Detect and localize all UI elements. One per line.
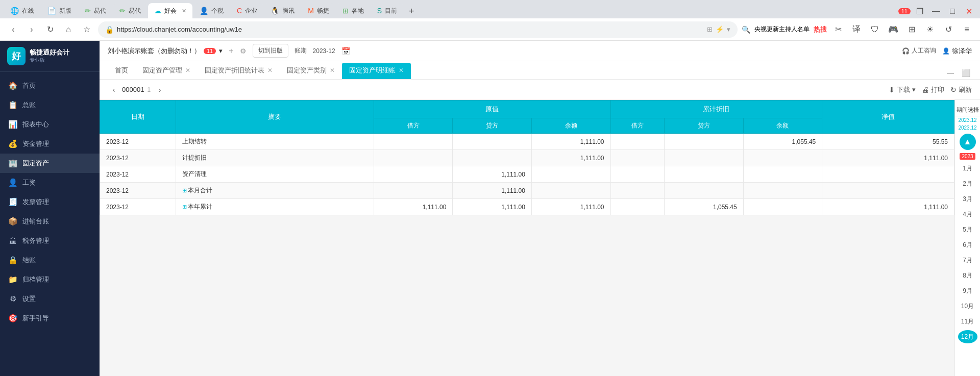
browser-tab-online[interactable]: 🌐 在线 (4, 3, 40, 18)
reload-button[interactable]: ↻ (43, 22, 57, 37)
brightness-icon[interactable]: ☀ (923, 22, 937, 37)
sidebar-item-fixed-assets[interactable]: 🏢 固定资产 (0, 154, 100, 173)
cell-leiji-credit-3 (665, 183, 744, 199)
scissors-icon[interactable]: ✂ (831, 22, 845, 37)
month-10[interactable]: 10月 (958, 299, 977, 313)
download-button[interactable]: ⬇ 下载 ▾ (889, 85, 916, 94)
sidebar-item-closing[interactable]: 🔒 结账 (0, 250, 100, 270)
cell-leiji-balance-3 (743, 183, 822, 199)
user-name-label: 徐泽华 (952, 46, 972, 56)
lightning-icon[interactable]: ⚡ (716, 26, 724, 33)
site-info-icon[interactable]: ⊞ (707, 26, 713, 33)
browser-tab-yidai1[interactable]: ✏ 易代 (79, 3, 112, 18)
next-button[interactable]: › (154, 84, 166, 96)
page-tab-home[interactable]: 首页 (108, 63, 135, 79)
month-11[interactable]: 11月 (958, 315, 977, 328)
help-button[interactable]: 🎧 人工咨询 (902, 46, 936, 55)
scroll-top-button[interactable]: ▲ (960, 134, 976, 150)
bookmark-button[interactable]: ☆ (80, 22, 94, 37)
back-button[interactable]: ‹ (6, 22, 20, 37)
month-5[interactable]: 5月 (958, 223, 977, 236)
month-1[interactable]: 1月 (958, 162, 977, 175)
settings-small-button[interactable]: ⚙ (240, 47, 247, 55)
cell-yuanzhi-balance-4: 1,111.00 (531, 199, 610, 215)
browser-tab-muqian[interactable]: S 目前 (371, 3, 403, 18)
minimize-button[interactable]: — (929, 4, 943, 18)
month-4[interactable]: 4月 (958, 208, 977, 221)
download-dropdown-icon[interactable]: ▾ (912, 86, 916, 93)
window-maximize-button[interactable]: ⬜ (960, 67, 972, 79)
tab-list-button[interactable]: ❐ (913, 4, 927, 18)
month-8[interactable]: 8月 (958, 269, 977, 282)
table-wrapper[interactable]: 日期 摘要 原值 累计折旧 净值 借方 贷方 余额 借方 贷方 余额 (100, 100, 954, 376)
sidebar-item-guide[interactable]: 🎯 新手引导 (0, 309, 100, 328)
page-tab-asset-category[interactable]: 固定资产类别 ✕ (280, 63, 342, 79)
user-avatar[interactable]: 👤 徐泽华 (942, 46, 972, 56)
menu-button[interactable]: ≡ (960, 22, 974, 37)
sidebar-label-fixed-assets: 固定资产 (22, 159, 49, 168)
sidebar-item-home[interactable]: 🏠 首页 (0, 76, 100, 95)
tab-close-haokuai[interactable]: ✕ (182, 8, 186, 14)
browser-tab-geshui[interactable]: 👤 个税 (193, 3, 230, 18)
sidebar-item-tax[interactable]: 🏛 税务管理 (0, 231, 100, 250)
forward-button[interactable]: › (24, 22, 39, 37)
add-company-button[interactable]: + (229, 46, 233, 56)
history-icon[interactable]: ↺ (941, 22, 955, 37)
month-6[interactable]: 6月 (958, 238, 977, 252)
company-dropdown-icon[interactable]: ▾ (219, 47, 223, 55)
month-7[interactable]: 7月 (958, 254, 977, 267)
sidebar-item-ledger[interactable]: 📋 总账 (0, 95, 100, 115)
translate-icon[interactable]: 译 (849, 22, 864, 37)
page-toolbar: ‹ 000001 1 › ⬇ 下载 ▾ 🖨 打印 ↻ 刷新 (100, 80, 980, 100)
browser-tab-haokuai[interactable]: ☁ 好会 ✕ (148, 3, 192, 18)
browser-tab-new[interactable]: 📄 新版 (41, 3, 78, 18)
switch-version-button[interactable]: 切到旧版 (253, 44, 288, 58)
page-tab-fixed-asset-mgmt[interactable]: 固定资产管理 ✕ (135, 63, 198, 79)
sidebar-item-salary[interactable]: 👤 工资 (0, 173, 100, 192)
period-icon[interactable]: 📅 (341, 47, 350, 55)
maximize-button[interactable]: □ (945, 4, 960, 18)
sidebar-label-archive: 归档管理 (22, 275, 49, 284)
company-selector[interactable]: 刘小艳演示账套（勿删勿动！） 11 ▾ (108, 46, 223, 56)
grid-icon[interactable]: ⊞ (904, 22, 919, 37)
refresh-button[interactable]: ↻ 刷新 (950, 85, 972, 94)
prev-button[interactable]: ‹ (108, 84, 120, 96)
month-3[interactable]: 3月 (958, 192, 977, 206)
sidebar-item-archive[interactable]: 📁 归档管理 (0, 270, 100, 289)
summary-icon-3: ⊞ (182, 187, 187, 193)
page-tab-asset-ledger[interactable]: 固定资产明细账 ✕ (342, 63, 411, 79)
sidebar-label-settings: 设置 (22, 294, 36, 304)
page-tab-depreciation-stats[interactable]: 固定资产折旧统计表 ✕ (198, 63, 280, 79)
tab-close-asset-ledger[interactable]: ✕ (399, 67, 404, 74)
browser-tab-yidai2[interactable]: ✏ 易代 (113, 3, 147, 18)
dropdown-icon[interactable]: ▾ (727, 26, 730, 33)
browser-tab-changjie[interactable]: M 畅捷 (302, 3, 335, 18)
close-button[interactable]: ✕ (962, 4, 976, 18)
logo-text: 畅捷通好会计 (30, 48, 69, 57)
tab-close-asset-category[interactable]: ✕ (330, 67, 335, 74)
browser-tab-qiye[interactable]: C 企业 (231, 3, 263, 18)
funds-icon: 💰 (8, 139, 17, 148)
new-tab-button[interactable]: + (404, 4, 419, 18)
month-9[interactable]: 9月 (958, 284, 977, 297)
sidebar-item-inventory[interactable]: 📦 进销台账 (0, 212, 100, 231)
col-header-summary: 摘要 (176, 101, 374, 134)
print-button[interactable]: 🖨 打印 (922, 85, 944, 94)
tab-close-depreciation-stats[interactable]: ✕ (267, 67, 273, 74)
shield-icon[interactable]: 🛡 (868, 22, 882, 37)
sidebar-item-invoice[interactable]: 🧾 发票管理 (0, 192, 100, 212)
window-minimize-button[interactable]: — (944, 67, 957, 79)
cell-leiji-balance-0: 1,055.45 (743, 134, 822, 150)
month-12[interactable]: 12月 (958, 330, 977, 343)
hot-search-label[interactable]: 热搜 (814, 25, 827, 34)
home-button[interactable]: ⌂ (61, 22, 76, 37)
game-icon[interactable]: 🎮 (886, 22, 900, 37)
browser-tab-tengxun[interactable]: 🐧 腾讯 (264, 3, 301, 18)
address-bar[interactable]: 🔒 https://cloud.chanjet.com/accounting/u… (98, 21, 738, 38)
sidebar-item-settings[interactable]: ⚙ 设置 (0, 289, 100, 309)
browser-tab-gedi[interactable]: ⊞ 各地 (336, 3, 370, 18)
tab-close-fixed-asset-mgmt[interactable]: ✕ (185, 67, 190, 74)
sidebar-item-reports[interactable]: 📊 报表中心 (0, 115, 100, 134)
month-2[interactable]: 2月 (958, 177, 977, 190)
sidebar-item-funds[interactable]: 💰 资金管理 (0, 134, 100, 154)
